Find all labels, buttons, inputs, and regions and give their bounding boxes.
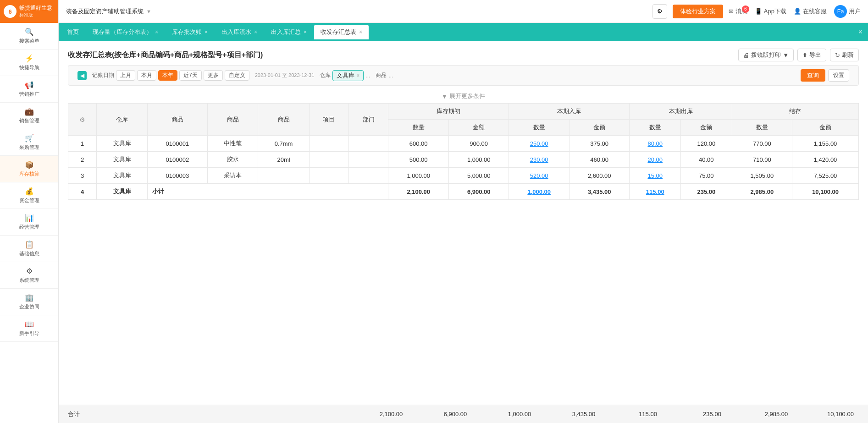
refresh-icon: ↻ bbox=[835, 52, 840, 59]
app-download-button[interactable]: 📱 App下载 bbox=[755, 7, 786, 16]
col-bal-qty-header: 数量 bbox=[732, 120, 792, 136]
sidebar-item-sales[interactable]: 💼 销售管理 bbox=[0, 103, 58, 129]
row-out-amt: 40.00 bbox=[681, 152, 732, 168]
tab-close-icon[interactable]: × bbox=[155, 29, 158, 35]
app-logo-icon: 6 bbox=[4, 5, 17, 18]
sidebar-item-enterprise[interactable]: 🏢 企业协同 bbox=[0, 289, 58, 315]
col-open-amt-header: 金额 bbox=[448, 120, 509, 136]
tab-close-icon[interactable]: × bbox=[359, 29, 362, 35]
subtotal-no: 4 bbox=[68, 184, 97, 200]
row-bal-amt: 1,155.00 bbox=[792, 136, 859, 152]
tab-stock-dist[interactable]: 现存量（库存分布表） × bbox=[86, 25, 165, 39]
query-button[interactable]: 查询 bbox=[801, 69, 825, 82]
tab-home[interactable]: 首页 bbox=[61, 25, 85, 39]
sidebar-item-search[interactable]: 🔍 搜索菜单 bbox=[0, 23, 58, 49]
column-settings-icon[interactable]: ⚙ bbox=[79, 116, 85, 123]
chevron-down-icon: ▼ bbox=[783, 52, 789, 59]
sidebar-item-quick-nav[interactable]: ⚡ 快捷导航 bbox=[0, 49, 58, 76]
system-title: 装备及固定资产辅助管理系统 bbox=[66, 7, 144, 16]
col-settings-header[interactable]: ⚙ bbox=[68, 104, 97, 136]
goods-more[interactable]: ... bbox=[388, 72, 393, 79]
tab-inout-flow[interactable]: 出入库流水 × bbox=[215, 25, 264, 39]
warehouse-tag-close-icon[interactable]: × bbox=[356, 72, 359, 79]
filter-actions: 查询 设置 bbox=[801, 69, 849, 82]
message-button[interactable]: ✉ 6 消息 bbox=[729, 7, 747, 16]
tab-receive-summary[interactable]: 收发存汇总表 × bbox=[314, 25, 369, 39]
search-icon: 🔍 bbox=[25, 27, 34, 36]
expand-more-button[interactable]: ▼ 展开更多条件 bbox=[442, 92, 485, 100]
row-in-qty[interactable]: 520.00 bbox=[509, 168, 569, 184]
dropdown-icon: ▼ bbox=[146, 9, 151, 14]
filter-toggle-button[interactable]: ◀ bbox=[77, 71, 87, 80]
online-service-button[interactable]: 👤 在线客服 bbox=[794, 7, 827, 16]
avatar: Ea bbox=[834, 5, 847, 18]
warehouse-more[interactable]: ... bbox=[365, 72, 370, 79]
try-industry-button[interactable]: 体验行业方案 bbox=[673, 5, 723, 18]
row-open-amt: 1,000.00 bbox=[448, 152, 509, 168]
sidebar-item-finance[interactable]: 💰 资金管理 bbox=[0, 182, 58, 209]
date-7days-button[interactable]: 近7天 bbox=[179, 70, 202, 81]
app-download-label: App下载 bbox=[764, 7, 786, 16]
date-custom-button[interactable]: 自定义 bbox=[225, 70, 249, 81]
date-more-button[interactable]: 更多 bbox=[204, 70, 223, 81]
print-button[interactable]: 🖨 拨镜版打印 ▼ bbox=[738, 49, 794, 61]
sidebar-item-inventory[interactable]: 📦 库存核算 bbox=[0, 156, 58, 182]
filter-settings-button[interactable]: 设置 bbox=[828, 69, 849, 82]
date-this-year-button[interactable]: 本年 bbox=[158, 70, 177, 81]
export-button[interactable]: ⬆ 导出 bbox=[797, 49, 826, 61]
row-project bbox=[309, 168, 348, 184]
subtotal-in-qty[interactable]: 1,000.00 bbox=[509, 184, 569, 200]
row-bal-amt: 7,525.00 bbox=[792, 168, 859, 184]
settings-gear-button[interactable]: ⚙ bbox=[652, 4, 667, 19]
tab-batch[interactable]: 库存批次账 × bbox=[166, 25, 214, 39]
tab-close-icon[interactable]: × bbox=[205, 29, 208, 35]
tab-close-icon[interactable]: × bbox=[254, 29, 257, 35]
subtotal-out-amt: 235.00 bbox=[681, 184, 732, 200]
row-out-qty[interactable]: 20.00 bbox=[630, 152, 681, 168]
row-dept bbox=[349, 152, 388, 168]
content-area: 收发存汇总表(按仓库+商品编码+商品+规格型号+项目+部门) 🖨 拨镜版打印 ▼… bbox=[59, 41, 868, 423]
sidebar-item-operation[interactable]: 📊 经营管理 bbox=[0, 209, 58, 236]
tab-inout-summary[interactable]: 出入库汇总 × bbox=[265, 25, 313, 39]
row-out-qty[interactable]: 15.00 bbox=[630, 168, 681, 184]
date-prev-month-button[interactable]: 上月 bbox=[116, 70, 135, 81]
row-open-qty: 600.00 bbox=[388, 136, 449, 152]
message-icon: ✉ bbox=[729, 8, 734, 15]
col-dept-header: 部门 bbox=[349, 104, 388, 136]
subtotal-out-qty[interactable]: 115.00 bbox=[630, 184, 681, 200]
row-out-qty[interactable]: 80.00 bbox=[630, 136, 681, 152]
row-in-qty[interactable]: 250.00 bbox=[509, 136, 569, 152]
col-project-header: 项目 bbox=[309, 104, 348, 136]
col-goods-spec-header: 商品 bbox=[258, 104, 310, 136]
close-all-tabs-button[interactable]: × bbox=[855, 28, 866, 36]
row-dept bbox=[349, 136, 388, 152]
row-goods-code: 0100002 bbox=[147, 152, 208, 168]
export-label: 导出 bbox=[809, 51, 821, 59]
subtotal-bal-qty: 2,985.00 bbox=[732, 184, 792, 200]
tab-label: 收发存汇总表 bbox=[321, 28, 356, 36]
topbar: 装备及固定资产辅助管理系统 ▼ ⚙ 体验行业方案 ✉ 6 消息 📱 App下载 … bbox=[59, 0, 868, 23]
sidebar-item-basic[interactable]: 📋 基础信息 bbox=[0, 236, 58, 262]
date-this-month-button[interactable]: 本月 bbox=[137, 70, 156, 81]
sidebar-item-marketing[interactable]: 📢 营销推广 bbox=[0, 76, 58, 103]
total-in-qty: 1,000.00 bbox=[508, 411, 531, 418]
refresh-button[interactable]: ↻ 刷新 bbox=[830, 49, 859, 61]
sidebar-item-system[interactable]: ⚙ 系统管理 bbox=[0, 262, 58, 289]
date-label: 记账日期 bbox=[92, 71, 114, 79]
user-button[interactable]: Ea 用户 bbox=[834, 5, 861, 18]
row-no: 1 bbox=[68, 136, 97, 152]
table-container: ⚙ 仓库 商品 商品 商品 项目 部门 库存期初 本期入库 本期出库 结存 bbox=[59, 103, 868, 405]
row-in-qty[interactable]: 230.00 bbox=[509, 152, 569, 168]
col-in-amt-header: 金额 bbox=[569, 120, 630, 136]
sidebar-item-purchase[interactable]: 🛒 采购管理 bbox=[0, 129, 58, 156]
row-goods-spec: 0.7mm bbox=[258, 136, 310, 152]
row-goods-name: 中性笔 bbox=[208, 136, 258, 152]
row-in-amt: 2,600.00 bbox=[569, 168, 630, 184]
warehouse-tag[interactable]: 文具库 × bbox=[332, 70, 364, 81]
page-title: 收发存汇总表(按仓库+商品编码+商品+规格型号+项目+部门) bbox=[68, 50, 263, 60]
row-in-amt: 375.00 bbox=[569, 136, 630, 152]
tab-close-icon[interactable]: × bbox=[304, 29, 307, 35]
warehouse-tag-value: 文具库 bbox=[337, 71, 354, 80]
row-goods-code: 0100001 bbox=[147, 136, 208, 152]
sidebar-item-newuser[interactable]: 📖 新手引导 bbox=[0, 315, 58, 342]
